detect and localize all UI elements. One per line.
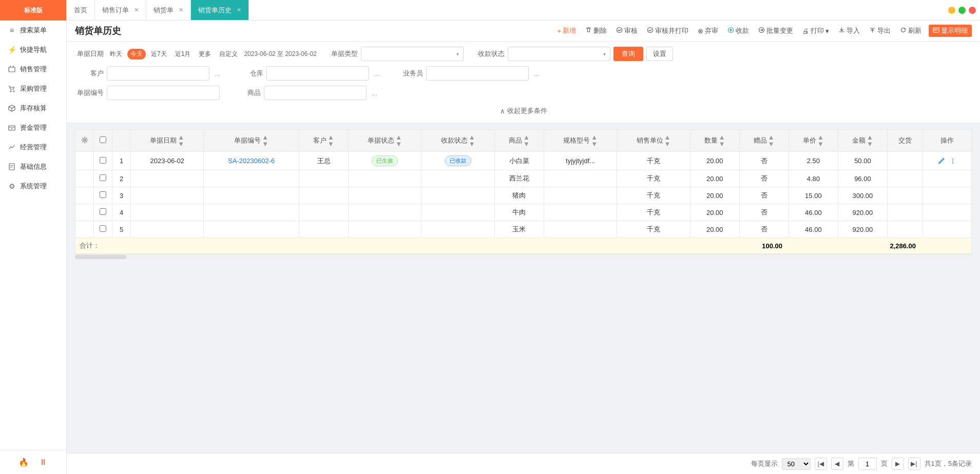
- refresh-button[interactable]: 刷新: [898, 25, 924, 36]
- horizontal-scrollbar[interactable]: [75, 254, 972, 259]
- tab-sales-order-close[interactable]: ✕: [134, 7, 139, 13]
- th-settings[interactable]: [75, 130, 94, 152]
- window-maximize-btn[interactable]: [958, 7, 966, 14]
- delete-button[interactable]: 删除: [583, 25, 609, 36]
- th-quantity[interactable]: 数量 ▲▼: [690, 130, 739, 152]
- goods-input[interactable]: [264, 86, 367, 100]
- page-label: 第: [848, 459, 854, 468]
- abandon-button[interactable]: ⊗ 弃审: [696, 25, 720, 36]
- import-button[interactable]: 导入: [836, 25, 862, 36]
- next-page-btn[interactable]: ▶: [892, 458, 904, 470]
- print-dropdown-arrow[interactable]: ▾: [825, 27, 829, 35]
- td-checkbox[interactable]: [94, 152, 112, 170]
- tab-sales-goods[interactable]: 销货单 ✕: [146, 0, 191, 20]
- row-more-btn[interactable]: [948, 156, 957, 166]
- window-close-btn[interactable]: [969, 7, 976, 14]
- sidebar-item-label: 采购管理: [20, 84, 47, 93]
- sidebar-item-finance-mgmt[interactable]: 资金管理: [0, 118, 66, 137]
- td-checkbox[interactable]: [94, 204, 112, 221]
- row-checkbox[interactable]: [100, 191, 106, 198]
- collapse-button[interactable]: ∧ 收起更多条件: [500, 106, 547, 115]
- date-label: 单据日期: [75, 49, 104, 58]
- display-detail-button[interactable]: 显示明细: [929, 25, 972, 37]
- sidebar-bottom-pause-icon[interactable]: ⏸: [35, 455, 51, 470]
- warehouse-dots[interactable]: ...: [372, 70, 382, 77]
- agent-input[interactable]: [426, 66, 529, 81]
- row-checkbox[interactable]: [100, 225, 106, 232]
- audit-print-button[interactable]: 审核并打印: [645, 25, 690, 36]
- sidebar-item-ops-mgmt[interactable]: 经营管理: [0, 137, 66, 157]
- th-collect-status[interactable]: 收款状态 ▲▼: [421, 130, 494, 152]
- td-checkbox[interactable]: [94, 221, 112, 238]
- sidebar-item-sys-mgmt[interactable]: ⚙ 系统管理: [0, 176, 66, 196]
- tab-home[interactable]: 首页: [67, 0, 95, 20]
- window-minimize-btn[interactable]: [948, 7, 955, 14]
- td-goods: 小白菜: [494, 152, 544, 170]
- td-customer: [299, 221, 349, 238]
- sidebar-item-sales-mgmt[interactable]: 销售管理: [0, 60, 66, 79]
- row-checkbox[interactable]: [100, 208, 106, 215]
- date-tab-more[interactable]: 更多: [196, 49, 214, 60]
- th-amount[interactable]: 金额 ▲▼: [838, 130, 887, 152]
- tab-sales-order-label: 销售订单: [102, 6, 129, 15]
- customer-dots[interactable]: ...: [213, 70, 222, 77]
- goods-dots[interactable]: ...: [370, 89, 379, 97]
- total-info: 共1页，5条记录: [925, 459, 972, 468]
- export-button[interactable]: 导出: [867, 25, 893, 36]
- tab-sales-goods-close[interactable]: ✕: [179, 7, 183, 13]
- tab-sales-history[interactable]: 销货单历史 ✕: [191, 0, 249, 20]
- th-sales-unit[interactable]: 销售单位 ▲▼: [617, 130, 690, 152]
- td-checkbox[interactable]: [94, 187, 112, 204]
- doc-no-link[interactable]: SA-20230602-6: [228, 157, 275, 165]
- doc-no-input[interactable]: [107, 86, 220, 100]
- set-button[interactable]: 设置: [646, 47, 673, 61]
- td-checkbox[interactable]: [94, 170, 112, 187]
- doc-type-select[interactable]: ▾: [361, 47, 464, 61]
- sidebar-item-inventory-calc[interactable]: 库存核算: [0, 98, 66, 118]
- collect-status-select[interactable]: ▾: [508, 47, 610, 61]
- sidebar-item-basic-info[interactable]: 基础信息: [0, 157, 66, 176]
- row-checkbox[interactable]: [100, 157, 106, 164]
- row-edit-btn[interactable]: [937, 156, 946, 166]
- print-button[interactable]: 🖨 打印 ▾: [800, 25, 831, 36]
- date-tab-7days[interactable]: 近7天: [148, 49, 170, 60]
- date-tab-yesterday[interactable]: 昨天: [107, 49, 125, 60]
- scrollbar-thumb[interactable]: [75, 255, 126, 259]
- td-unit-price: 2.50: [789, 152, 838, 170]
- customer-input[interactable]: [107, 66, 209, 81]
- tab-sales-history-close[interactable]: ✕: [237, 7, 241, 13]
- page-size-select[interactable]: 50 10 20 100: [782, 458, 811, 470]
- tab-sales-order[interactable]: 销售订单 ✕: [95, 0, 146, 20]
- th-customer[interactable]: 客户 ▲▼: [299, 130, 349, 152]
- th-doc-status[interactable]: 单据状态 ▲▼: [349, 130, 421, 152]
- row-checkbox[interactable]: [100, 174, 106, 181]
- sidebar-bottom-fire-icon[interactable]: 🔥: [16, 455, 31, 470]
- td-spec-type: tyjyjtyjdf...: [544, 152, 617, 170]
- collect-button[interactable]: 收款: [725, 25, 751, 36]
- select-all-checkbox[interactable]: [100, 136, 106, 143]
- th-spec-type[interactable]: 规格型号 ▲▼: [544, 130, 617, 152]
- sidebar-item-purchase-mgmt[interactable]: 采购管理: [0, 79, 66, 98]
- sidebar-item-quick-nav[interactable]: ⚡ 快捷导航: [0, 40, 66, 60]
- date-tab-custom[interactable]: 自定义: [216, 49, 241, 60]
- date-tab-today[interactable]: 今天: [127, 49, 146, 60]
- query-button[interactable]: 查询: [613, 47, 643, 61]
- prev-page-btn[interactable]: ◀: [831, 458, 843, 470]
- batch-change-button[interactable]: 批量变更: [756, 25, 795, 36]
- th-doc-date[interactable]: 单据日期 ▲▼: [131, 130, 204, 152]
- sidebar-item-search-menu[interactable]: ≡ 搜索菜单: [0, 21, 66, 40]
- th-unit-price[interactable]: 单价 ▲▼: [789, 130, 838, 152]
- first-page-btn[interactable]: |◀: [815, 458, 827, 470]
- agent-dots[interactable]: ...: [532, 70, 542, 77]
- th-checkbox[interactable]: [94, 130, 112, 152]
- last-page-btn[interactable]: ▶|: [908, 458, 920, 470]
- td-sales-unit: 千克: [617, 170, 690, 187]
- th-gift[interactable]: 赠品 ▲▼: [739, 130, 789, 152]
- audit-button[interactable]: 审核: [614, 25, 640, 36]
- date-tab-1month[interactable]: 近1月: [172, 49, 194, 60]
- new-button[interactable]: + 新增: [555, 25, 578, 36]
- th-doc-no[interactable]: 单据编号 ▲▼: [204, 130, 299, 152]
- page-input[interactable]: [858, 458, 877, 470]
- th-goods[interactable]: 商品 ▲▼: [494, 130, 544, 152]
- warehouse-input[interactable]: [266, 66, 369, 81]
